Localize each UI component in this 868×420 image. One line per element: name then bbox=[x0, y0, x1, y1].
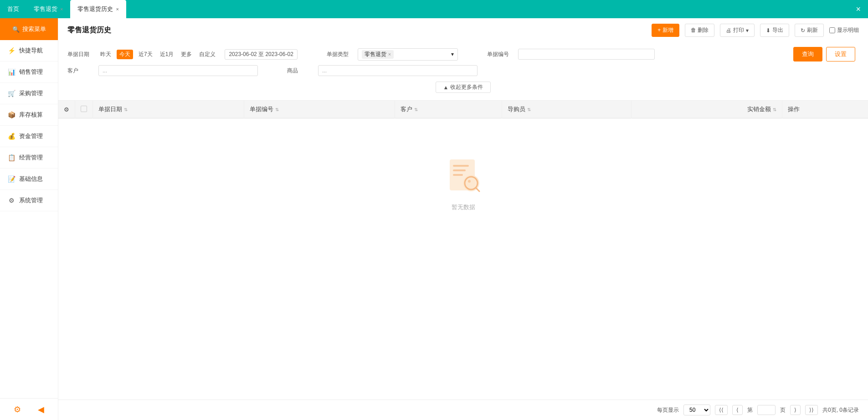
date-opt-7days[interactable]: 近7天 bbox=[137, 50, 154, 59]
number-filter-input[interactable] bbox=[518, 49, 655, 60]
date-opt-today[interactable]: 今天 bbox=[117, 50, 133, 59]
th-action-label: 操作 bbox=[788, 106, 800, 113]
empty-text: 暂无数据 bbox=[452, 203, 475, 211]
delete-button[interactable]: 🗑 删除 bbox=[685, 24, 714, 37]
sidebar-item-label: 销售管理 bbox=[19, 68, 43, 76]
sidebar-item-系统管理[interactable]: ⚙ 系统管理 bbox=[0, 190, 58, 211]
print-label: 打印 bbox=[733, 26, 744, 34]
page-unit: 页 bbox=[780, 406, 786, 414]
sidebar-item-基础信息[interactable]: 📝 基础信息 bbox=[0, 169, 58, 190]
th-date-sort-icon: ⇅ bbox=[124, 107, 128, 112]
next-page-button[interactable]: ⟩ bbox=[790, 405, 801, 415]
type-tag-close[interactable]: × bbox=[388, 51, 391, 57]
empty-state-cell: 暂无数据 bbox=[58, 118, 868, 248]
table-header: ⚙ 单据日期⇅ 单据编号⇅ 客户⇅ 导购员⇅ 实销金额⇅ 操作 bbox=[58, 101, 868, 118]
th-guide-label: 导购员 bbox=[508, 105, 525, 113]
th-number-sort-icon: ⇅ bbox=[275, 107, 279, 112]
first-page-button[interactable]: ⟨⟨ bbox=[715, 405, 728, 415]
print-button[interactable]: 🖨 打印 ▾ bbox=[720, 24, 755, 37]
th-number[interactable]: 单据编号⇅ bbox=[244, 101, 395, 118]
date-opt-custom[interactable]: 自定义 bbox=[197, 50, 217, 59]
filter-goods-item: 商品 ... bbox=[287, 65, 478, 76]
show-detail-label: 显示明细 bbox=[837, 26, 859, 34]
date-options: 昨天 今天 近7天 近1月 更多 自定义 bbox=[98, 50, 217, 59]
search-icon: 🔍 bbox=[12, 26, 20, 33]
th-date[interactable]: 单据日期⇅ bbox=[93, 101, 244, 118]
sidebar-item-采购管理[interactable]: 🛒 采购管理 bbox=[0, 83, 58, 104]
show-detail-checkbox[interactable] bbox=[829, 27, 835, 33]
new-button[interactable]: + 新增 bbox=[652, 24, 679, 37]
sidebar-item-label: 采购管理 bbox=[19, 89, 43, 97]
sidebar-bottom: ⚙ ◀ bbox=[0, 398, 58, 420]
sidebar-item-经营管理[interactable]: 📋 经营管理 bbox=[0, 147, 58, 169]
tab-close-icon[interactable]: × bbox=[60, 6, 63, 12]
empty-icon bbox=[443, 155, 484, 196]
goods-filter-input[interactable]: ... bbox=[318, 65, 478, 76]
table-body: 暂无数据 bbox=[58, 118, 868, 248]
sidebar-item-库存核算[interactable]: 📦 库存核算 bbox=[0, 104, 58, 126]
query-button[interactable]: 查询 bbox=[793, 47, 822, 61]
svg-rect-2 bbox=[453, 169, 466, 171]
customer-filter-input[interactable]: ... bbox=[98, 65, 258, 76]
tab-close-icon[interactable]: × bbox=[116, 6, 118, 12]
refresh-icon: ↻ bbox=[801, 27, 805, 34]
sidebar-item-icon: 💰 bbox=[7, 132, 15, 140]
th-action: 操作 bbox=[782, 101, 868, 118]
sidebar-item-快捷导航[interactable]: ⚡ 快捷导航 bbox=[0, 40, 58, 61]
collapse-bar: ▲ 收起更多条件 bbox=[67, 80, 859, 97]
per-page-select[interactable]: 50 100 200 bbox=[683, 405, 710, 415]
page-header: 零售退货历史 + 新增 🗑 删除 🖨 打印 ▾ ⬇ 导出 ↻ bbox=[58, 18, 868, 101]
tab-首页[interactable]: 首页 bbox=[0, 0, 26, 18]
refresh-button[interactable]: ↻ 刷新 bbox=[795, 24, 824, 37]
type-select[interactable]: 零售退货 × ▾ bbox=[358, 48, 458, 61]
filter-number-item: 单据编号 bbox=[487, 49, 655, 60]
sidebar-item-icon: 📊 bbox=[7, 68, 15, 76]
tab-label: 零售退货 bbox=[34, 5, 57, 13]
page-number-input[interactable]: 1 bbox=[757, 405, 776, 415]
sidebar-item-资金管理[interactable]: 💰 资金管理 bbox=[0, 126, 58, 147]
th-settings[interactable]: ⚙ bbox=[58, 101, 75, 118]
window-close-button[interactable]: × bbox=[848, 5, 868, 14]
th-customer[interactable]: 客户⇅ bbox=[395, 101, 502, 118]
customer-input-placeholder: ... bbox=[103, 67, 107, 74]
settings-icon[interactable]: ⚙ bbox=[14, 405, 21, 415]
sidebar-item-icon: 🛒 bbox=[7, 89, 15, 97]
header-checkbox[interactable] bbox=[81, 106, 87, 112]
sidebar-item-label: 库存核算 bbox=[19, 111, 43, 119]
date-opt-1month[interactable]: 近1月 bbox=[158, 50, 176, 59]
sidebar-item-销售管理[interactable]: 📊 销售管理 bbox=[0, 61, 58, 83]
tab-list: 首页零售退货×零售退货历史× bbox=[0, 0, 848, 18]
filter-type-item: 单据类型 零售退货 × ▾ bbox=[327, 48, 458, 61]
export-label: 导出 bbox=[772, 26, 783, 34]
sidebar-item-icon: 📋 bbox=[7, 154, 15, 162]
tab-零售退货历史[interactable]: 零售退货历史× bbox=[70, 0, 126, 18]
type-filter-label: 单据类型 bbox=[327, 51, 354, 58]
date-opt-yesterday[interactable]: 昨天 bbox=[98, 50, 113, 59]
sidebar-search-button[interactable]: 🔍 搜索菜单 bbox=[0, 18, 58, 40]
sidebar-item-icon: 📦 bbox=[7, 111, 15, 119]
th-guide[interactable]: 导购员⇅ bbox=[502, 101, 631, 118]
th-check[interactable] bbox=[75, 101, 93, 118]
date-range-input[interactable]: 2023-06-02 至 2023-06-02 bbox=[225, 49, 297, 60]
collapse-icon[interactable]: ◀ bbox=[38, 405, 44, 415]
prev-page-button[interactable]: ⟨ bbox=[732, 405, 743, 415]
th-number-label: 单据编号 bbox=[250, 105, 273, 113]
refresh-label: 刷新 bbox=[807, 26, 818, 34]
collapse-label: 收起更多条件 bbox=[450, 83, 483, 91]
collapse-button[interactable]: ▲ 收起更多条件 bbox=[436, 82, 491, 93]
table-container: ⚙ 单据日期⇅ 单据编号⇅ 客户⇅ 导购员⇅ 实销金额⇅ 操作 bbox=[58, 101, 868, 400]
th-amount-sort-icon: ⇅ bbox=[773, 107, 776, 112]
tab-零售退货[interactable]: 零售退货× bbox=[26, 0, 70, 18]
settings-button[interactable]: 设置 bbox=[826, 47, 855, 61]
last-page-button[interactable]: ⟩⟩ bbox=[805, 405, 818, 415]
sidebar-menu: ⚡ 快捷导航 📊 销售管理 🛒 采购管理 📦 库存核算 💰 资金管理 📋 经营管… bbox=[0, 40, 58, 398]
goods-filter-label: 商品 bbox=[287, 67, 314, 75]
page-title-row: 零售退货历史 + 新增 🗑 删除 🖨 打印 ▾ ⬇ 导出 ↻ bbox=[67, 24, 859, 37]
date-opt-more[interactable]: 更多 bbox=[179, 50, 194, 59]
collapse-up-icon: ▲ bbox=[443, 84, 449, 91]
th-date-label: 单据日期 bbox=[98, 105, 122, 113]
sidebar-search-label: 搜索菜单 bbox=[22, 25, 46, 33]
th-amount[interactable]: 实销金额⇅ bbox=[631, 101, 782, 118]
show-detail-toggle[interactable]: 显示明细 bbox=[829, 26, 859, 34]
export-button[interactable]: ⬇ 导出 bbox=[760, 24, 789, 37]
